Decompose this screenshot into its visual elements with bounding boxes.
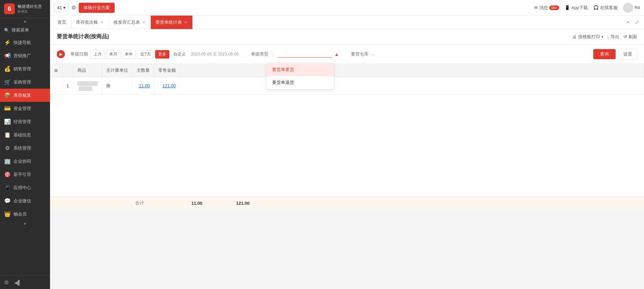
sidebar-scroll-down[interactable]: ▼ — [0, 221, 50, 227]
col-extra — [180, 64, 644, 77]
sidebar-item-finance[interactable]: 💳 资金管理 — [0, 102, 50, 115]
col-product: 商品 — [73, 64, 102, 77]
this-month-btn[interactable]: 本月 — [106, 50, 120, 59]
more-dates-btn[interactable]: 更多 — [155, 50, 169, 59]
data-table: ⚙ 商品 主计量单位 主数量 零售金额 1 — [50, 64, 644, 95]
collapse-icon[interactable]: ◀▌ — [14, 280, 21, 285]
print-label: 按模板打印 — [578, 34, 600, 40]
sidebar-bottom: ⚙ ◀▌ — [0, 275, 50, 289]
sidebar-item-quick-nav[interactable]: ⚡ 快捷导航 — [0, 36, 50, 49]
tab-home[interactable]: 首页 — [53, 16, 71, 29]
sidebar-scroll-up[interactable]: ▲ — [0, 18, 50, 24]
sidebar-item-system[interactable]: ⚙ 系统管理 — [0, 141, 50, 155]
filter-expand-btn[interactable]: ▶ — [57, 50, 65, 58]
sidebar-item-label: 库存核算 — [14, 92, 31, 98]
settings-icon[interactable]: ⚙ — [4, 279, 9, 286]
content: 要货单统计表(按商品) 🖨 按模板打印 ▾ ↓ 导出 ↺ 刷新 ▶ — [50, 29, 644, 289]
sidebar-item-appstore[interactable]: 📱 应用中心 — [0, 181, 50, 194]
refresh-label: 刷新 — [628, 34, 637, 40]
messages-btn[interactable]: ✉ 消息 99+ — [534, 5, 559, 11]
tab-inventory-batch-close[interactable]: × — [100, 19, 104, 25]
sidebar-item-label: 营销推广 — [14, 53, 31, 59]
main-area: 41 ▾ ⚙ 体验行业方案 ✉ 消息 99+ 📱 App下载 🎧 在线客服 R — [50, 0, 644, 289]
print-btn[interactable]: 🖨 按模板打印 ▾ — [572, 34, 603, 40]
wechat-icon: 💬 — [4, 198, 11, 204]
row-settings — [50, 77, 63, 95]
refresh-btn[interactable]: ↺ 刷新 — [623, 34, 637, 40]
dropdown-item-order-return[interactable]: 要货单退货 — [267, 76, 334, 89]
sidebar-item-sales[interactable]: 💰 销售管理 — [0, 62, 50, 75]
date-filter-group: 单据日期 上月 本月 本年 近7天 更多 自定义 2023-05-06 至 20… — [70, 50, 239, 59]
filter-settings-btn[interactable]: 设置 — [618, 49, 637, 60]
sidebar-item-label: 快捷导航 — [14, 40, 31, 46]
type-filter-input[interactable] — [278, 51, 332, 58]
online-service-btn[interactable]: 🎧 在线客服 — [593, 5, 618, 11]
dropdown-item-order-goods[interactable]: 要货单要货 — [267, 63, 334, 76]
guide-icon: 🎯 — [4, 171, 11, 178]
type-filter-group: 单据类型 | ▲ — [251, 51, 339, 58]
tab-receivable-close[interactable]: × — [142, 19, 146, 25]
row-product — [73, 77, 102, 95]
user-area[interactable]: Rit — [623, 3, 640, 13]
sidebar-item-inventory[interactable]: 📦 库存核算 — [0, 89, 50, 102]
sidebar-item-marketing[interactable]: 📢 营销推广 — [0, 49, 50, 62]
sidebar-item-guide[interactable]: 🎯 新手引导 — [0, 168, 50, 181]
type-dropdown-icon[interactable]: ▲ — [335, 52, 339, 57]
sidebar-item-label: 系统管理 — [14, 145, 31, 151]
enterprise-icon: 🏢 — [4, 158, 11, 164]
sidebar-item-wechat[interactable]: 💬 企业微信 — [0, 194, 50, 207]
footer-label: 合计 — [135, 200, 144, 206]
this-year-btn[interactable]: 本年 — [122, 50, 136, 59]
warehouse-dots[interactable]: ··· — [371, 52, 375, 57]
topbar: 41 ▾ ⚙ 体验行业方案 ✉ 消息 99+ 📱 App下载 🎧 在线客服 R — [50, 0, 644, 16]
online-service-label: 在线客服 — [600, 5, 618, 11]
sidebar-item-enterprise[interactable]: 🏢 企业协同 — [0, 155, 50, 168]
sidebar-item-label: 新手引导 — [14, 172, 31, 178]
tab-order-stats[interactable]: 要货单统计表 × — [151, 16, 193, 29]
product-blurred2 — [79, 86, 92, 91]
topbar-settings-icon[interactable]: ⚙ — [71, 4, 76, 11]
page-title: 要货单统计表(按商品) — [57, 33, 109, 40]
table-container: ⚙ 商品 主计量单位 主数量 零售金额 1 — [50, 64, 644, 95]
sidebar-item-label: 采购管理 — [14, 79, 31, 85]
sales-icon: 💰 — [4, 66, 11, 72]
tab-order-label: 要货单统计表 — [156, 19, 182, 25]
tab-bar: 首页 库存批次账 × 收发存汇总表 × 要货单统计表 × × ⤢ — [50, 16, 644, 29]
query-btn[interactable]: 查询 — [593, 49, 616, 59]
col-unit: 主计量单位 — [102, 64, 133, 77]
user-avatar — [623, 3, 633, 13]
basic-icon: 📋 — [4, 132, 11, 138]
finance-icon: 💳 — [4, 105, 11, 112]
last-7-days-btn[interactable]: 近7天 — [137, 50, 154, 59]
purchase-icon: 🛒 — [4, 79, 11, 85]
type-filter-label: 单据类型 — [251, 51, 268, 57]
page-header: 要货单统计表(按商品) 🖨 按模板打印 ▾ ↓ 导出 ↺ 刷新 — [50, 29, 644, 45]
col-settings[interactable]: ⚙ — [50, 64, 63, 77]
tab-home-label: 首页 — [57, 19, 66, 25]
tab-receivable-summary[interactable]: 收发存汇总表 × — [109, 16, 151, 29]
expand-btn[interactable]: ⤢ — [633, 18, 641, 27]
tab-order-close[interactable]: × — [184, 19, 188, 25]
sidebar-item-purchase[interactable]: 🛒 采购管理 — [0, 75, 50, 89]
sidebar-search[interactable]: 🔍 搜索菜单 — [0, 24, 50, 36]
store-number: 41 — [57, 5, 62, 10]
print-dropdown-icon: ▾ — [601, 35, 603, 39]
export-icon: ↓ — [607, 34, 610, 39]
system-icon: ⚙ — [4, 145, 11, 151]
app-name: 畅捷通好生意 — [18, 4, 42, 9]
col-quantity: 主数量 — [133, 64, 154, 77]
trial-btn[interactable]: 体验行业方案 — [79, 3, 115, 13]
custom-date-btn[interactable]: 自定义 — [171, 50, 188, 58]
sidebar-item-operations[interactable]: 📊 经营管理 — [0, 115, 50, 128]
sidebar-item-label: 企业协同 — [14, 158, 31, 164]
app-download-btn[interactable]: 📱 App下载 — [565, 5, 588, 11]
search-icon: 🔍 — [4, 28, 9, 33]
store-selector[interactable]: 41 ▾ — [54, 3, 69, 12]
sidebar-item-basic[interactable]: 📋 基础信息 — [0, 128, 50, 141]
warehouse-label: 要货仓库 — [351, 51, 368, 57]
prev-month-btn[interactable]: 上月 — [91, 50, 105, 59]
export-btn[interactable]: ↓ 导出 — [607, 34, 620, 40]
close-all-btn[interactable]: × — [624, 18, 631, 27]
sidebar-item-member[interactable]: 👑 畅会员 — [0, 207, 50, 221]
tab-inventory-batch[interactable]: 库存批次账 × — [71, 16, 109, 29]
